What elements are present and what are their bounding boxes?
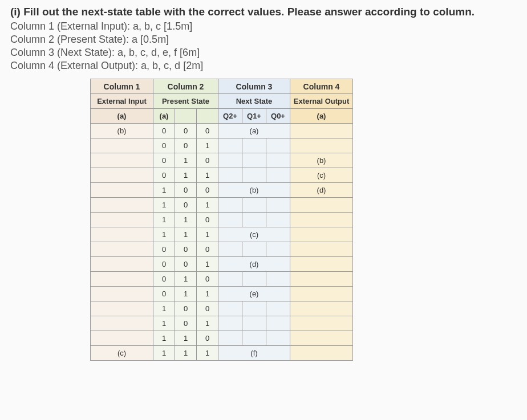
cell-external-input bbox=[91, 213, 153, 227]
cell-present-state: 0 bbox=[175, 242, 197, 257]
cell-next-state bbox=[218, 153, 242, 168]
cell-present-state: 0 bbox=[175, 198, 197, 213]
cell-external-output: (c) bbox=[290, 168, 353, 183]
cell-next-state: (c) bbox=[218, 227, 290, 242]
table-row: 111(c) bbox=[91, 227, 353, 242]
cell-present-state: 1 bbox=[153, 227, 175, 242]
cell-present-state: 1 bbox=[197, 227, 218, 242]
cell-present-state: 1 bbox=[153, 346, 175, 361]
cell-next-state bbox=[266, 242, 290, 257]
table-row: 011(c) bbox=[91, 168, 353, 183]
cell-external-output bbox=[290, 301, 353, 316]
cell-present-state: 1 bbox=[175, 346, 197, 361]
ps-blank-2 bbox=[197, 109, 218, 124]
table-row: (b)000(a) bbox=[91, 124, 353, 138]
cell-external-output bbox=[290, 198, 353, 213]
cell-present-state: 1 bbox=[175, 331, 197, 346]
table-row: 001(d) bbox=[91, 257, 353, 272]
cell-external-output: (b) bbox=[290, 153, 353, 168]
subhdr-external-output: External Output bbox=[290, 94, 353, 109]
cell-next-state: (d) bbox=[218, 257, 290, 272]
hdr-col1: Column 1 bbox=[91, 79, 153, 94]
cell-present-state: 0 bbox=[175, 301, 197, 316]
label-a-col4: (a) bbox=[290, 109, 353, 124]
cell-next-state bbox=[218, 331, 242, 346]
cell-next-state bbox=[242, 153, 266, 168]
cell-next-state: (f) bbox=[218, 346, 290, 361]
cell-present-state: 0 bbox=[197, 272, 218, 287]
label-a-col2: (a) bbox=[153, 109, 175, 124]
cell-next-state bbox=[218, 138, 242, 153]
cell-present-state: 1 bbox=[197, 138, 218, 153]
cell-external-output bbox=[290, 213, 353, 227]
cell-next-state: (e) bbox=[218, 287, 290, 301]
cell-present-state: 0 bbox=[197, 183, 218, 198]
state-table: Column 1 Column 2 Column 3 Column 4 Exte… bbox=[90, 79, 353, 361]
cell-external-input bbox=[91, 257, 153, 272]
cell-present-state: 1 bbox=[197, 257, 218, 272]
table-body: (b)000(a)001010(b)011(c)100(b)(d)1011101… bbox=[91, 124, 353, 361]
cell-present-state: 0 bbox=[153, 124, 175, 138]
subhdr-external-input: External Input bbox=[91, 94, 153, 109]
cell-present-state: 1 bbox=[153, 316, 175, 331]
cell-external-input bbox=[91, 168, 153, 183]
cell-present-state: 0 bbox=[175, 316, 197, 331]
cell-present-state: 1 bbox=[175, 227, 197, 242]
cell-present-state: 0 bbox=[153, 272, 175, 287]
cell-present-state: 1 bbox=[153, 331, 175, 346]
cell-external-input bbox=[91, 198, 153, 213]
cell-present-state: 0 bbox=[197, 124, 218, 138]
header-row-1: Column 1 Column 2 Column 3 Column 4 bbox=[91, 79, 353, 94]
hdr-col3: Column 3 bbox=[218, 79, 290, 94]
cell-next-state bbox=[242, 168, 266, 183]
hdr-col4: Column 4 bbox=[290, 79, 353, 94]
label-a-col1: (a) bbox=[91, 109, 153, 124]
cell-next-state bbox=[242, 213, 266, 227]
cell-next-state bbox=[218, 213, 242, 227]
cell-next-state bbox=[266, 168, 290, 183]
cell-present-state: 0 bbox=[175, 183, 197, 198]
cell-external-input: (c) bbox=[91, 346, 153, 361]
cell-external-output bbox=[290, 316, 353, 331]
cell-present-state: 0 bbox=[175, 124, 197, 138]
table-row: 101 bbox=[91, 198, 353, 213]
cell-external-input bbox=[91, 183, 153, 198]
cell-present-state: 1 bbox=[153, 213, 175, 227]
cell-external-output bbox=[290, 257, 353, 272]
cell-present-state: 0 bbox=[197, 331, 218, 346]
cell-present-state: 1 bbox=[153, 301, 175, 316]
label-q1plus: Q1+ bbox=[242, 109, 266, 124]
cell-external-output bbox=[290, 227, 353, 242]
cell-present-state: 1 bbox=[153, 198, 175, 213]
cell-external-output bbox=[290, 331, 353, 346]
ps-blank-1 bbox=[175, 109, 197, 124]
subhdr-next-state: Next State bbox=[218, 94, 290, 109]
cell-present-state: 0 bbox=[153, 257, 175, 272]
cell-present-state: 0 bbox=[153, 168, 175, 183]
cell-external-input bbox=[91, 153, 153, 168]
cell-present-state: 0 bbox=[175, 257, 197, 272]
state-table-container: Column 1 Column 2 Column 3 Column 4 Exte… bbox=[90, 79, 517, 361]
cell-next-state bbox=[266, 316, 290, 331]
cell-present-state: 1 bbox=[153, 183, 175, 198]
cell-present-state: 1 bbox=[175, 272, 197, 287]
cell-next-state bbox=[266, 138, 290, 153]
cell-next-state bbox=[242, 331, 266, 346]
cell-next-state bbox=[266, 153, 290, 168]
cell-next-state bbox=[218, 316, 242, 331]
table-row: 101 bbox=[91, 316, 353, 331]
table-row: 010(b) bbox=[91, 153, 353, 168]
cell-next-state bbox=[218, 198, 242, 213]
column2-desc: Column 2 (Present State): a [0.5m] bbox=[10, 34, 517, 46]
cell-next-state bbox=[218, 242, 242, 257]
table-row: 000 bbox=[91, 242, 353, 257]
cell-external-input bbox=[91, 242, 153, 257]
cell-present-state: 0 bbox=[153, 153, 175, 168]
cell-external-input bbox=[91, 287, 153, 301]
cell-external-input bbox=[91, 316, 153, 331]
column3-desc: Column 3 (Next State): a, b, c, d, e, f … bbox=[10, 47, 517, 59]
cell-next-state bbox=[218, 272, 242, 287]
cell-next-state bbox=[266, 272, 290, 287]
cell-external-input: (b) bbox=[91, 124, 153, 138]
column1-desc: Column 1 (External Input): a, b, c [1.5m… bbox=[10, 21, 517, 32]
